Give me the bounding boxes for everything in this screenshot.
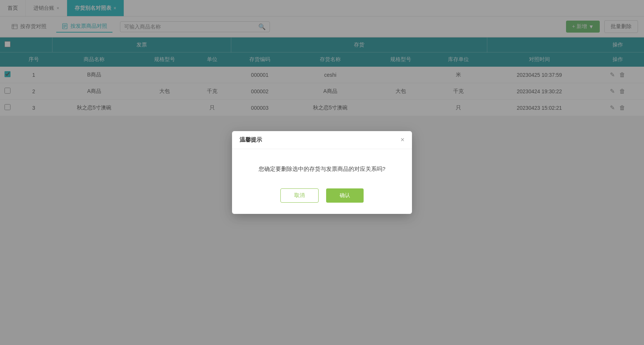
dialog-overlay[interactable]: 温馨提示 × 您确定要删除选中的存货与发票商品的对应关系吗? 取消 确认 [0,0,644,116]
